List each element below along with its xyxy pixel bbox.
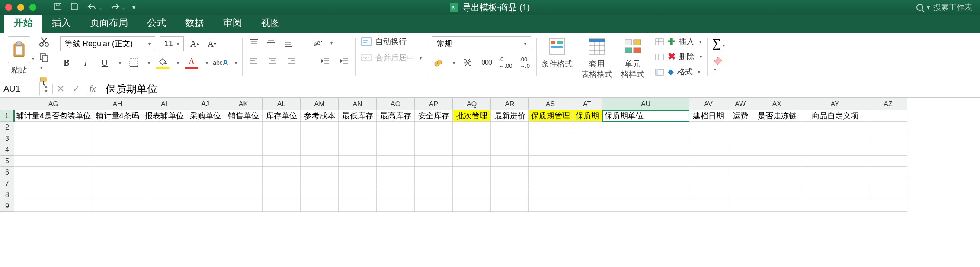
cell-AL8[interactable]	[263, 189, 301, 200]
cell-AN5[interactable]	[339, 156, 377, 167]
column-header-AT[interactable]: AT	[572, 98, 602, 110]
cell-AW5[interactable]	[727, 156, 753, 167]
cell-AG1[interactable]: 辅计量4是否包装单位	[14, 110, 93, 122]
cell-AP3[interactable]	[415, 133, 453, 144]
cell-AM7[interactable]	[301, 178, 339, 189]
cell-AM8[interactable]	[301, 189, 339, 200]
cell-AK8[interactable]	[224, 189, 263, 200]
clear-icon[interactable]: ▾	[712, 55, 725, 73]
cell-AR1[interactable]: 最新进价	[491, 110, 529, 122]
align-bottom-icon[interactable]	[282, 36, 295, 49]
cell-AW8[interactable]	[727, 189, 753, 200]
format-cells-button[interactable]: ◆格式▾	[655, 67, 702, 77]
cell-AN8[interactable]	[339, 189, 377, 200]
cell-AJ9[interactable]	[186, 200, 224, 212]
accounting-dropdown[interactable]: ▾	[453, 60, 455, 65]
cell-AL4[interactable]	[263, 144, 301, 156]
cell-AS9[interactable]	[529, 200, 572, 212]
cell-AJ6[interactable]	[186, 167, 224, 178]
tab-插入[interactable]: 插入	[42, 13, 80, 33]
cell-AK5[interactable]	[224, 156, 263, 167]
column-header-AX[interactable]: AX	[753, 98, 801, 110]
align-left-icon[interactable]	[247, 54, 260, 67]
tab-开始[interactable]: 开始	[4, 13, 42, 33]
merge-center-button[interactable]: 合并后居中 ▾	[361, 53, 422, 63]
cell-AQ9[interactable]	[453, 200, 491, 212]
copy-icon[interactable]: ▾	[38, 52, 50, 71]
font-color-button[interactable]: A	[185, 56, 198, 69]
cell-AX9[interactable]	[753, 200, 801, 212]
cell-AP1[interactable]: 安全库存	[415, 110, 453, 122]
cell-AQ2[interactable]	[453, 122, 491, 133]
font-color-dropdown[interactable]: ▾	[206, 60, 208, 65]
cell-AI3[interactable]	[142, 133, 186, 144]
cell-AJ1[interactable]: 采购单位	[186, 110, 224, 122]
cell-AK9[interactable]	[224, 200, 263, 212]
cell-AZ2[interactable]	[869, 122, 907, 133]
cell-AR2[interactable]	[491, 122, 529, 133]
row-header-3[interactable]: 3	[0, 133, 14, 144]
close-window-button[interactable]	[5, 4, 12, 11]
cell-AY6[interactable]	[801, 167, 869, 178]
cell-AZ7[interactable]	[869, 178, 907, 189]
cell-AW9[interactable]	[727, 200, 753, 212]
cell-AM1[interactable]: 参考成本	[301, 110, 339, 122]
cut-icon[interactable]	[38, 36, 50, 48]
cell-AG4[interactable]	[14, 144, 93, 156]
column-header-AO[interactable]: AO	[377, 98, 415, 110]
tab-数据[interactable]: 数据	[176, 13, 214, 33]
cell-AL5[interactable]	[263, 156, 301, 167]
cell-AV4[interactable]	[689, 144, 727, 156]
cell-AZ3[interactable]	[869, 133, 907, 144]
cell-AQ3[interactable]	[453, 133, 491, 144]
cell-AO6[interactable]	[377, 167, 415, 178]
cell-AR5[interactable]	[491, 156, 529, 167]
cell-AH7[interactable]	[93, 178, 142, 189]
cell-AW4[interactable]	[727, 144, 753, 156]
cell-AP2[interactable]	[415, 122, 453, 133]
cell-AV3[interactable]	[689, 133, 727, 144]
column-header-AV[interactable]: AV	[689, 98, 727, 110]
qat-customize-icon[interactable]: ▾	[132, 4, 135, 11]
bold-button[interactable]: B	[60, 56, 73, 69]
cell-styles-icon[interactable]	[622, 36, 643, 57]
cell-AS5[interactable]	[529, 156, 572, 167]
font-size-select[interactable]: 11▾	[160, 36, 184, 51]
column-header-AK[interactable]: AK	[224, 98, 263, 110]
cell-AG3[interactable]	[14, 133, 93, 144]
undo-icon[interactable]: ▾	[86, 3, 102, 13]
cell-AO9[interactable]	[377, 200, 415, 212]
autosum-icon[interactable]: ∑▾	[712, 36, 725, 50]
enter-button[interactable]: ✓	[68, 83, 84, 95]
cell-AK3[interactable]	[224, 133, 263, 144]
font-name-select[interactable]: 等线 Regular (正文)▾	[60, 36, 155, 51]
cell-AX7[interactable]	[753, 178, 801, 189]
cell-AG6[interactable]	[14, 167, 93, 178]
cell-AN3[interactable]	[339, 133, 377, 144]
cell-AO1[interactable]: 最高库存	[377, 110, 415, 122]
insert-cells-button[interactable]: ✚插入▾	[655, 36, 702, 47]
cell-AT2[interactable]	[572, 122, 602, 133]
column-header-AJ[interactable]: AJ	[186, 98, 224, 110]
conditional-formatting-icon[interactable]	[547, 36, 567, 57]
decrease-indent-icon[interactable]	[318, 54, 331, 67]
underline-dropdown[interactable]: ▾	[119, 60, 121, 65]
cell-AV7[interactable]	[689, 178, 727, 189]
cell-AX8[interactable]	[753, 189, 801, 200]
fill-color-dropdown[interactable]: ▾	[177, 60, 179, 65]
format-painter-icon[interactable]	[38, 75, 50, 86]
redo-icon[interactable]: ▾	[109, 3, 125, 13]
align-top-icon[interactable]	[247, 36, 260, 49]
cell-AL1[interactable]: 库存单位	[263, 110, 301, 122]
underline-button[interactable]: U	[98, 56, 111, 69]
format-as-table-icon[interactable]	[586, 36, 607, 57]
cell-AV1[interactable]: 建档日期	[689, 110, 727, 122]
cell-AR6[interactable]	[491, 167, 529, 178]
increase-decimal-button[interactable]: .0←.00	[499, 56, 512, 69]
cell-AZ1[interactable]	[869, 110, 907, 122]
cell-AN6[interactable]	[339, 167, 377, 178]
cell-AL2[interactable]	[263, 122, 301, 133]
cell-AV6[interactable]	[689, 167, 727, 178]
cell-AG2[interactable]	[14, 122, 93, 133]
zoom-window-button[interactable]	[29, 4, 36, 11]
